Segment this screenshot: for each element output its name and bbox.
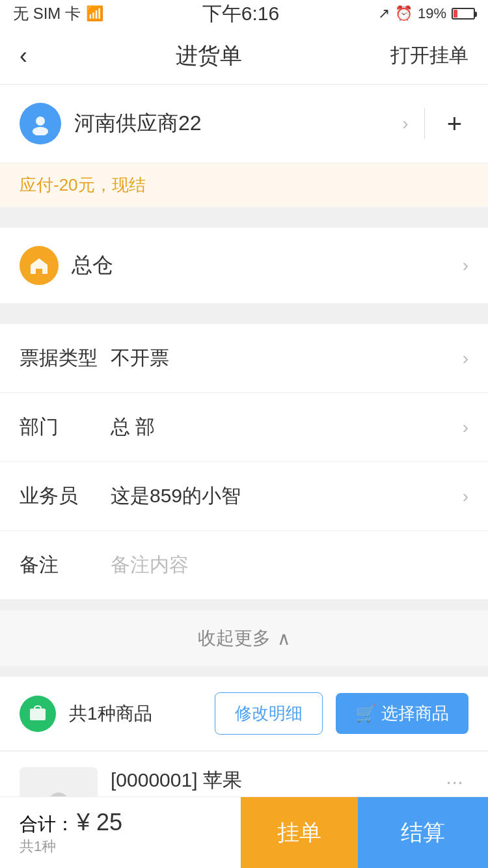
select-label: 选择商品 [381, 702, 449, 725]
warehouse-section: 总仓 › [0, 228, 488, 303]
chevron-right-icon: › [463, 486, 468, 507]
invoice-label: 票据类型 [20, 345, 98, 372]
product-code: [0000001] [111, 769, 197, 791]
divider [424, 108, 425, 139]
payment-notice: 应付-20元，现结 [0, 163, 488, 207]
hang-button[interactable]: 挂单 [241, 797, 358, 868]
dept-label: 部门 [20, 414, 98, 441]
supplier-section: 河南供应商22 › + 应付-20元，现结 [0, 85, 488, 207]
svg-point-1 [33, 127, 48, 135]
wifi-icon: 📶 [86, 5, 103, 22]
status-bar-right: ↗ ⏰ 19% [378, 5, 475, 22]
select-icon: 🛒 [355, 703, 376, 724]
dept-value: 总 部 [111, 414, 463, 441]
form-section: 票据类型 不开票 › 部门 总 部 › 业务员 这是859的小智 › 备注 备注… [0, 324, 488, 600]
page-title: 进货单 [176, 41, 242, 71]
collapse-label: 收起更多 [198, 626, 271, 651]
nav-bar: ‹ 进货单 打开挂单 [0, 27, 488, 85]
product-name: [0000001] 苹果 [111, 767, 427, 794]
collapse-button[interactable]: 收起更多 ∧ [0, 610, 488, 666]
total-section: 合计： ¥ 25 共1种 [0, 797, 241, 868]
total-label: 合计： [20, 812, 74, 837]
more-button[interactable]: ··· [441, 767, 468, 796]
open-hang-button[interactable]: 打开挂单 [390, 42, 468, 69]
products-header: 共1种商品 修改明细 🛒 选择商品 [0, 677, 488, 750]
avatar [20, 103, 61, 144]
bottom-bar: 合计： ¥ 25 共1种 挂单 结算 [0, 796, 488, 868]
collapse-icon: ∧ [277, 628, 291, 649]
carrier-label: 无 SIM 卡 [13, 3, 81, 24]
products-count: 共1种商品 [69, 701, 202, 726]
sales-label: 业务员 [20, 483, 98, 509]
add-supplier-button[interactable]: + [441, 109, 468, 139]
svg-rect-2 [30, 709, 46, 720]
sales-value: 这是859的小智 [111, 483, 463, 509]
remark-label: 备注 [20, 552, 98, 578]
warehouse-icon [20, 246, 59, 285]
status-bar-time: 下午6:16 [202, 1, 279, 27]
dept-row[interactable]: 部门 总 部 › [0, 393, 488, 462]
svg-point-0 [36, 116, 45, 126]
chevron-right-icon: › [463, 348, 468, 369]
location-icon: ↗ [378, 5, 390, 22]
products-icon [20, 696, 56, 732]
sales-row[interactable]: 业务员 这是859的小智 › [0, 462, 488, 531]
battery-icon [452, 8, 475, 20]
status-bar: 无 SIM 卡 📶 下午6:16 ↗ ⏰ 19% [0, 0, 488, 27]
checkout-button[interactable]: 结算 [358, 797, 488, 868]
edit-detail-button[interactable]: 修改明细 [215, 692, 323, 735]
battery-label: 19% [418, 5, 446, 22]
chevron-right-icon: › [402, 113, 408, 134]
status-bar-left: 无 SIM 卡 📶 [13, 3, 103, 24]
alarm-icon: ⏰ [395, 5, 413, 22]
supplier-name: 河南供应商22 [74, 109, 402, 138]
remark-row[interactable]: 备注 备注内容 [0, 531, 488, 600]
warehouse-name: 总仓 [72, 251, 463, 280]
invoice-row[interactable]: 票据类型 不开票 › [0, 324, 488, 393]
warehouse-row[interactable]: 总仓 › [0, 228, 488, 303]
chevron-right-icon: › [463, 417, 468, 438]
supplier-row[interactable]: 河南供应商22 › + [0, 85, 488, 163]
back-button[interactable]: ‹ [20, 42, 27, 70]
select-product-button[interactable]: 🛒 选择商品 [336, 693, 468, 734]
chevron-right-icon: › [463, 255, 468, 276]
total-count: 共1种 [20, 837, 221, 856]
product-title: 苹果 [203, 769, 242, 791]
total-amount: ¥ 25 [77, 809, 122, 836]
remark-input[interactable]: 备注内容 [111, 552, 468, 578]
invoice-value: 不开票 [111, 345, 463, 372]
